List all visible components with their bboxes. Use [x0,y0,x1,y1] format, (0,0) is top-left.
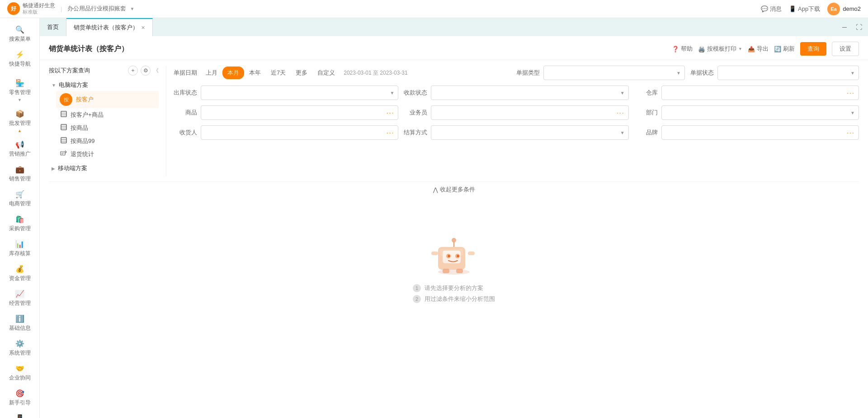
scheme-item-by-customer-goods[interactable]: 按客户+商品 [56,108,159,121]
warehouse-input[interactable]: ··· [661,86,859,100]
query-button[interactable]: 查询 [800,42,826,56]
app-center-icon: 📱 [15,414,24,418]
filter-field-payment: 结算方式 ▼ [404,125,628,140]
tab-close-icon[interactable]: ✕ [141,25,145,31]
help-button[interactable]: ❓ 帮助 [672,45,693,53]
logo-sub: 标准版 [23,9,55,15]
breadcrumb-dropdown-icon[interactable]: ▼ [130,6,134,11]
date-tab-this-year[interactable]: 本年 [244,66,266,79]
logo-text-area: 畅捷通好生意 标准版 [23,2,55,15]
payment-input[interactable]: ▼ [431,125,628,140]
sidebar-item-marketing[interactable]: 📢 营销推广 [0,137,39,162]
sidebar-item-enterprise[interactable]: 🤝 企业协同 [0,361,39,385]
scheme-item-label: 按客户+商品 [71,111,104,119]
sidebar-item-finance[interactable]: 💰 资金管理 [0,261,39,286]
type-input[interactable]: ▼ [543,66,685,80]
filter-field-out-status: 出库状态 ▼ [174,86,398,100]
messages-button[interactable]: 💬 消息 [761,5,782,13]
date-tab-last-month[interactable]: 上月 [201,66,222,79]
goods-input[interactable]: ··· [201,105,398,120]
type-dropdown-icon: ▼ [676,71,681,76]
sidebar-item-operation[interactable]: 📈 经营管理 [0,286,39,311]
payment-label: 结算方式 [404,128,427,137]
filter-field-department: 部门 ▼ [634,105,859,120]
retail-expand-icon: ▼ [18,98,22,102]
svg-rect-9 [61,152,65,155]
sidebar-item-app-center[interactable]: 📱 应用中心 [0,410,39,418]
date-tab-custom[interactable]: 自定义 [312,66,340,79]
empty-illustration [427,224,481,279]
date-tab-this-month[interactable]: 本月 [222,66,244,79]
out-status-dropdown-icon: ▼ [390,90,394,95]
scheme-item-by-customer[interactable]: 按 按客户 [56,91,159,108]
refresh-button[interactable]: 🔄 刷新 [774,45,795,53]
collapse-more-bar[interactable]: ⋀ 收起更多条件 [49,181,859,197]
salesperson-more-icon: ··· [617,109,625,116]
sidebar-item-wholesale[interactable]: 📦 批发管理 ▲ [0,106,39,137]
sidebar-item-label: 新手引导 [9,399,31,407]
scheme-group-desktop-header[interactable]: ▼ 电脑端方案 [49,79,159,91]
svg-rect-24 [443,269,449,273]
tab-home[interactable]: 首页 [40,18,66,36]
out-status-input[interactable]: ▼ [201,86,398,100]
sidebar-item-label: 电商管理 [9,200,31,208]
hint-2-num: 2 [413,295,421,303]
sidebar-item-purchase[interactable]: 🛍️ 采购管理 [0,211,39,236]
salesperson-input[interactable]: ··· [431,105,628,120]
date-tab-more[interactable]: 更多 [291,66,312,79]
sidebar-item-retail[interactable]: 🏪 零售管理 ▼ [0,75,39,106]
print-button[interactable]: 🖨️ 按模板打印 ▼ [698,45,742,53]
tab-minimize-button[interactable]: ─ [839,22,850,33]
logo-text: 畅捷通好生意 [23,2,55,9]
sidebar-item-label: 营销推广 [9,150,31,158]
tab-maximize-button[interactable]: ⛶ [854,22,864,33]
scheme-actions: + ⚙ 《 [128,66,159,76]
svg-rect-0 [61,111,66,117]
brand-label: 品牌 [634,128,658,137]
scheme-item-icon [60,137,68,145]
filter-row-3: 商品 ··· 业务员 ··· [174,105,859,120]
wholesale-icon: 📦 [15,109,24,118]
scheme-item-return-stats[interactable]: 退货统计 [56,147,159,161]
settings-button[interactable]: 设置 [832,42,859,56]
brand-input[interactable]: ··· [661,125,859,140]
status-input[interactable]: ▼ [717,66,859,80]
sidebar-item-basic[interactable]: ℹ️ 基础信息 [0,311,39,336]
scheme-collapse-button[interactable]: 《 [153,67,159,75]
scheme-add-button[interactable]: + [128,66,138,76]
filter-field-date: 单据日期 上月 本月 本年 近7天 更多 自定义 2023-03-01 至 20… [174,66,511,79]
sidebar-item-sales[interactable]: 💼 销售管理 [0,162,39,186]
scheme-item-label: 按商品 [71,124,88,132]
sidebar-item-label: 批发管理 [9,119,31,127]
topbar-left: 好 畅捷通好生意 标准版 | 办公用品行业模拟账套 ▼ [7,2,134,15]
sidebar-item-newbie[interactable]: 🎯 新手引导 [0,385,39,410]
sidebar-item-ecommerce[interactable]: 🛒 电商管理 [0,186,39,211]
sidebar-item-label: 快捷导航 [9,60,31,68]
scheme-group-mobile-header[interactable]: ▶ 移动端方案 [49,162,159,174]
app-download-button[interactable]: 📱 App下载 [789,5,820,13]
sidebar-item-search[interactable]: 🔍 搜索菜单 [0,22,39,47]
sidebar-item-shortcuts[interactable]: ⚡ 快捷导航 [0,47,39,71]
scheme-settings-button[interactable]: ⚙ [141,66,151,76]
date-tab-7days[interactable]: 近7天 [266,66,291,79]
receiver-input[interactable]: ··· [201,125,398,140]
scheme-item-by-goods[interactable]: 按商品 [56,121,159,134]
logo-area: 好 畅捷通好生意 标准版 [7,2,55,15]
export-button[interactable]: 📤 导出 [748,45,769,53]
sidebar-item-label: 经营管理 [9,299,31,307]
sidebar-item-system[interactable]: ⚙️ 系统管理 [0,336,39,361]
out-status-label: 出库状态 [174,89,197,97]
topbar-right: 💬 消息 📱 App下载 Ea demo2 [761,3,861,15]
sidebar-item-label: 采购管理 [9,225,31,233]
scheme-item-by-goods-99[interactable]: 按商品99 [56,134,159,147]
department-input[interactable]: ▼ [661,105,859,120]
goods-more-icon: ··· [387,109,395,116]
payment-dropdown-icon: ▼ [620,130,625,135]
user-profile-button[interactable]: Ea demo2 [827,3,861,15]
receipt-status-input[interactable]: ▼ [431,86,628,100]
sidebar-item-inventory[interactable]: 📊 库存核算 [0,236,39,261]
home-tab-label: 首页 [47,23,59,31]
svg-point-21 [452,238,456,242]
filter-panel: 按以下方案查询 + ⚙ 《 ▼ 电脑端方案 [40,60,868,181]
tab-sales-stats[interactable]: 销货单统计表（按客户） ✕ [66,18,153,36]
